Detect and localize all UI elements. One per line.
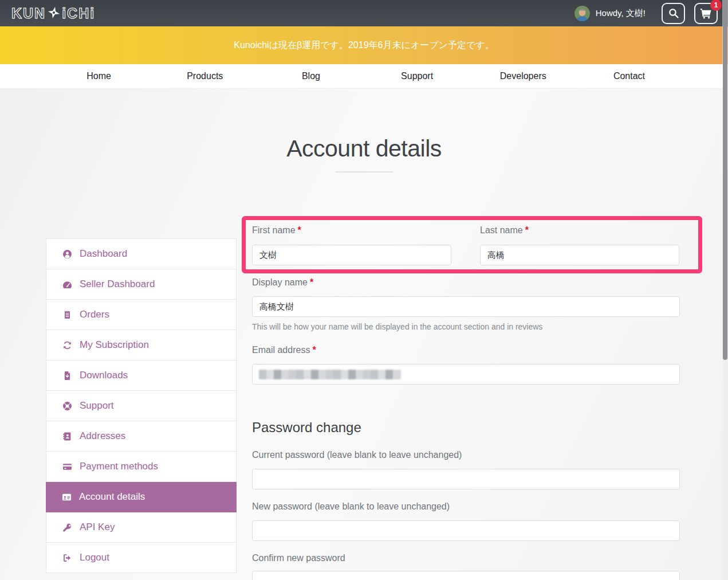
account-sidebar: Dashboard Seller Dashboard Orders My Sub… — [46, 238, 237, 573]
first-name-label: First name* — [252, 225, 301, 236]
sidebar-item-label: API Key — [80, 522, 115, 533]
account-details-form: First name* Last name* Display name* Thi… — [252, 0, 680, 580]
user-circle-icon — [62, 249, 72, 259]
current-password-input[interactable] — [252, 469, 680, 489]
sidebar-item-label: Payment methods — [80, 461, 158, 472]
email-label: Email address* — [252, 345, 316, 355]
sidebar-item-label: Support — [80, 400, 114, 412]
confirm-password-label: Confirm new password — [252, 553, 345, 563]
current-password-label: Current password (leave blank to leave u… — [252, 450, 462, 460]
first-name-input[interactable] — [252, 245, 451, 265]
file-download-icon — [62, 371, 72, 381]
site-logo[interactable]: KUN iCHi — [11, 5, 95, 22]
account-details-page: KUN iCHi Howdy, 文樹! — [0, 0, 728, 580]
last-name-label: Last name* — [480, 225, 529, 236]
sign-out-icon — [62, 553, 72, 563]
required-asterisk: * — [298, 225, 301, 235]
sidebar-item-account-details[interactable]: Account details — [46, 482, 237, 512]
credit-card-icon — [62, 462, 72, 472]
sidebar-item-label: Addresses — [80, 430, 125, 442]
sync-icon — [62, 340, 72, 350]
sidebar-item-payment-methods[interactable]: Payment methods — [46, 452, 236, 482]
sidebar-item-label: Seller Dashboard — [80, 279, 155, 290]
sidebar-item-label: Logout — [80, 552, 109, 563]
sidebar-item-logout[interactable]: Logout — [46, 543, 236, 573]
sidebar-item-label: Orders — [80, 309, 109, 320]
id-card-icon — [62, 492, 72, 502]
new-password-label: New password (leave blank to leave uncha… — [252, 501, 450, 512]
sidebar-item-label: Dashboard — [80, 248, 127, 260]
required-asterisk: * — [310, 277, 313, 287]
sidebar-item-my-subscription[interactable]: My Subscription — [46, 330, 236, 360]
sidebar-item-label: Account details — [79, 491, 145, 503]
nav-item-products[interactable]: Products — [152, 71, 258, 81]
tachometer-icon — [62, 280, 72, 289]
sidebar-item-addresses[interactable]: Addresses — [46, 421, 236, 452]
receipt-icon — [62, 310, 72, 320]
sidebar-item-label: My Subscription — [80, 339, 149, 351]
key-icon — [62, 523, 72, 532]
cart-icon — [700, 8, 712, 19]
scrollbar-thumb[interactable] — [723, 0, 727, 360]
sidebar-item-dashboard[interactable]: Dashboard — [46, 239, 236, 269]
scrollbar-track[interactable] — [722, 0, 728, 580]
sidebar-item-seller-dashboard[interactable]: Seller Dashboard — [46, 269, 236, 300]
sidebar-item-api-key[interactable]: API Key — [46, 512, 236, 543]
required-asterisk: * — [525, 225, 529, 235]
redacted-email-value — [259, 370, 401, 379]
cart-count-badge: 1 — [710, 0, 722, 11]
life-ring-icon — [62, 401, 72, 411]
new-password-input[interactable] — [252, 520, 680, 541]
display-name-help: This will be how your name will be displ… — [252, 322, 542, 331]
sidebar-item-label: Downloads — [80, 370, 128, 381]
cart-button[interactable]: 1 — [694, 3, 718, 24]
address-book-icon — [62, 432, 72, 441]
required-asterisk: * — [312, 345, 316, 355]
display-name-input[interactable] — [252, 296, 680, 317]
last-name-input[interactable] — [480, 245, 679, 265]
password-change-heading: Password change — [252, 420, 361, 436]
nav-item-home[interactable]: Home — [46, 71, 152, 81]
sidebar-item-orders[interactable]: Orders — [46, 300, 236, 330]
shuriken-icon — [46, 5, 61, 20]
sidebar-item-support[interactable]: Support — [46, 391, 236, 421]
sidebar-item-downloads[interactable]: Downloads — [46, 360, 236, 391]
logo-text-right: iCHi — [62, 5, 95, 22]
confirm-password-input[interactable] — [252, 571, 680, 580]
display-name-label: Display name* — [252, 277, 313, 288]
logo-text-left: KUN — [11, 5, 46, 22]
